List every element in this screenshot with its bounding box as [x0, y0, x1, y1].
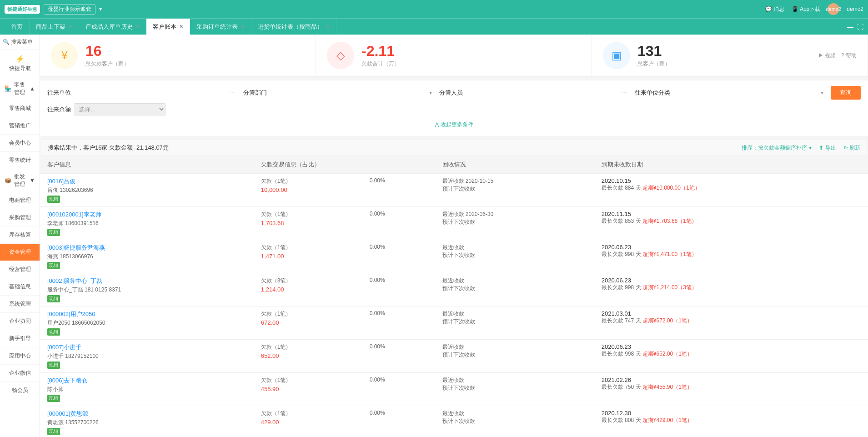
- debt-percent-6: 0.00%: [370, 377, 428, 383]
- customer-phone-1: 李老师 18600391516: [47, 220, 246, 227]
- debt-amount-4: 672.00: [261, 319, 355, 326]
- app-industry[interactable]: 母婴行业演示账套: [44, 4, 95, 15]
- customer-name-3[interactable]: [0002]服务中心_丁磊: [47, 277, 246, 285]
- export-btn[interactable]: ⬆ 导出: [819, 144, 836, 152]
- customer-name-7[interactable]: [000001]黄思源: [47, 410, 246, 418]
- tab-production-history-close[interactable]: ✕: [135, 24, 140, 30]
- sidebar-item-vip-member[interactable]: 畅会员: [0, 382, 40, 399]
- person-dots-icon[interactable]: ···: [622, 89, 627, 97]
- filter-dept-input[interactable]: [270, 87, 426, 98]
- sidebar-item-retail-mall[interactable]: 零售商城: [0, 100, 40, 117]
- filter-person-input[interactable]: [466, 87, 619, 98]
- dept-dropdown-icon[interactable]: ▾: [429, 90, 432, 96]
- td-recovery-0: 最近收款 2020-10-15 预计下次收款: [435, 174, 594, 207]
- stat-icon-money: ¥: [51, 42, 78, 69]
- sort-dropdown-icon[interactable]: ▾: [809, 145, 812, 151]
- tab-purchase-order[interactable]: 采购订单统计表 ✕: [190, 19, 251, 35]
- debt-percent-7: 0.00%: [370, 410, 428, 416]
- sidebar-item-enterprise[interactable]: 企业协同: [0, 313, 40, 330]
- sidebar-item-retail-stats[interactable]: 零售统计: [0, 152, 40, 169]
- td-debt-percent-2: 0.00%: [362, 240, 435, 273]
- customer-tag-2: 现销: [47, 262, 60, 269]
- sidebar-item-corp-wechat[interactable]: 企业微信: [0, 365, 40, 382]
- sidebar-item-warehouse[interactable]: 库存核算: [0, 226, 40, 244]
- username-label[interactable]: demo2: [847, 6, 863, 12]
- tab-customer-account-close[interactable]: ✕: [179, 24, 183, 30]
- customer-name-6[interactable]: [0006]去下粮仓: [47, 377, 246, 385]
- sidebar-item-purchase[interactable]: 采购管理: [0, 209, 40, 226]
- sidebar-search[interactable]: 🔍 搜索菜单: [0, 35, 40, 50]
- overdue-amount-5: 超期¥652.00（1笔）: [642, 351, 692, 357]
- sidebar-retail-mgmt-label: 零售管理: [14, 81, 30, 96]
- sidebar-item-member[interactable]: 会员中心: [0, 135, 40, 152]
- message-btn[interactable]: 💬 消息: [765, 5, 784, 13]
- debt-percent-0: 0.00%: [370, 177, 428, 184]
- td-debt-info-1: 欠款（1笔） 1,703.68: [254, 207, 362, 240]
- refresh-btn[interactable]: ↻ 刷新: [843, 144, 860, 152]
- tab-customer-account[interactable]: 客户账本 ✕: [146, 19, 190, 35]
- sidebar-item-app-center[interactable]: 应用中心: [0, 347, 40, 365]
- td-debt-info-5: 欠款（1笔） 652.00: [254, 340, 362, 373]
- filter-category-input[interactable]: [673, 87, 818, 98]
- sidebar-item-system[interactable]: 系统管理: [0, 296, 40, 313]
- customer-name-5[interactable]: [0007]小进千: [47, 343, 246, 352]
- filter-balance-select[interactable]: 选择...: [74, 103, 166, 116]
- sidebar-item-marketing[interactable]: 营销推广: [0, 117, 40, 135]
- table-row: [0001020001]李老师 李老师 18600391516 现销 欠款（1笔…: [40, 207, 868, 240]
- last-payment-4: 最近收款: [442, 310, 587, 318]
- due-date-3: 2020.06.23: [602, 277, 861, 284]
- tab-incoming-stats[interactable]: 进货单统计表（按商品） ✕: [251, 19, 336, 35]
- tab-purchase-order-close[interactable]: ✕: [241, 24, 245, 30]
- query-button[interactable]: 查询: [831, 86, 861, 100]
- sidebar-item-basic-info[interactable]: 基础信息: [0, 278, 40, 296]
- filter-area: 往来单位 ··· 分管部门 ▾ 分管人员 ··· 往来单位分类: [40, 80, 868, 136]
- filter-supplier: 往来单位 ···: [47, 87, 236, 98]
- tab-product-shelf[interactable]: 商品上下架 ✕: [30, 19, 79, 35]
- tab-maximize-icon[interactable]: ⛶: [857, 23, 863, 30]
- sidebar-app-center-label: 应用中心: [9, 352, 31, 360]
- debt-percent-1: 0.00%: [370, 211, 428, 217]
- table-header-row: 客户信息 欠款交易信息（占比） 回收情况 到期未收款日期: [40, 156, 868, 174]
- td-debt-info-3: 欠款（3笔） 1,214.00: [254, 273, 362, 306]
- stat-video-btn[interactable]: ▶ 视频: [818, 52, 836, 60]
- debt-info-1: 欠款（1笔）: [261, 211, 355, 218]
- sidebar-item-ecommerce[interactable]: 电商管理: [0, 192, 40, 209]
- tab-product-shelf-close[interactable]: ✕: [68, 24, 72, 30]
- tab-home[interactable]: 首页: [5, 19, 30, 35]
- sidebar-ecommerce-label: 电商管理: [9, 196, 31, 204]
- customer-name-2[interactable]: [0003]畅捷服务尹海燕: [47, 244, 246, 252]
- td-due-date-6: 2021.02.26 最长欠款 750 天 超期¥455.90（1笔）: [594, 373, 868, 406]
- supplier-dots-icon[interactable]: ···: [230, 89, 236, 97]
- sidebar-search-label: 搜索菜单: [11, 39, 33, 45]
- stat-number-debt-customers: 16: [85, 44, 129, 58]
- sidebar-item-operations[interactable]: 经营管理: [0, 261, 40, 278]
- sidebar-item-wholesale-mgmt[interactable]: 📦 批发管理 ▼: [0, 169, 40, 192]
- filter-dept-label: 分管部门: [243, 89, 267, 97]
- sidebar-item-retail-mgmt[interactable]: 🏪 零售管理 ▲: [0, 77, 40, 100]
- collapse-row[interactable]: ⋀ 收起更多条件: [47, 119, 861, 131]
- tab-production-history[interactable]: 产成品入库单历史 ✕: [79, 19, 146, 35]
- sidebar-item-finance[interactable]: 资金管理: [0, 244, 40, 261]
- industry-dropdown-icon[interactable]: ▾: [99, 6, 102, 12]
- tab-incoming-stats-close[interactable]: ✕: [326, 24, 330, 30]
- td-recovery-1: 最近收款 2020-06-30 预计下次收款: [435, 207, 594, 240]
- overdue-days-5: 最长欠款 998 天 超期¥652.00（1笔）: [602, 350, 861, 358]
- tab-minimize-icon[interactable]: —: [847, 23, 853, 30]
- filter-supplier-input[interactable]: [74, 87, 227, 98]
- customer-tag-5: 现销: [47, 362, 60, 369]
- sidebar-item-quick-nav[interactable]: ⚡ 快捷导航: [0, 50, 40, 77]
- td-customer-1: [0001020001]李老师 李老师 18600391516 现销: [40, 207, 254, 240]
- customer-name-4[interactable]: [000002]用户2050: [47, 310, 246, 318]
- top-bar-right: 💬 消息 📱 App下载 demo2 demo2: [765, 3, 863, 15]
- tab-bar: 首页 商品上下架 ✕ 产成品入库单历史 ✕ 客户账本 ✕ 采购订单统计表 ✕ 进…: [0, 18, 868, 35]
- td-customer-4: [000002]用户2050 用户2050 18665062050 现销: [40, 306, 254, 340]
- avatar[interactable]: demo2: [828, 3, 839, 15]
- customer-name-0[interactable]: [0016]吕俊: [47, 177, 246, 186]
- category-dropdown-icon[interactable]: ▾: [821, 90, 823, 96]
- sidebar-item-new-guide[interactable]: 新手引导: [0, 330, 40, 347]
- stat-help-btn[interactable]: ? 帮助: [841, 52, 857, 60]
- overdue-amount-4: 超期¥672.00（1笔）: [642, 317, 692, 324]
- customer-name-1[interactable]: [0001020001]李老师: [47, 211, 246, 219]
- results-summary: 搜索结果中，客户16家 欠款金额 -21,148.07元: [48, 144, 169, 152]
- download-btn[interactable]: 📱 App下载: [792, 5, 820, 13]
